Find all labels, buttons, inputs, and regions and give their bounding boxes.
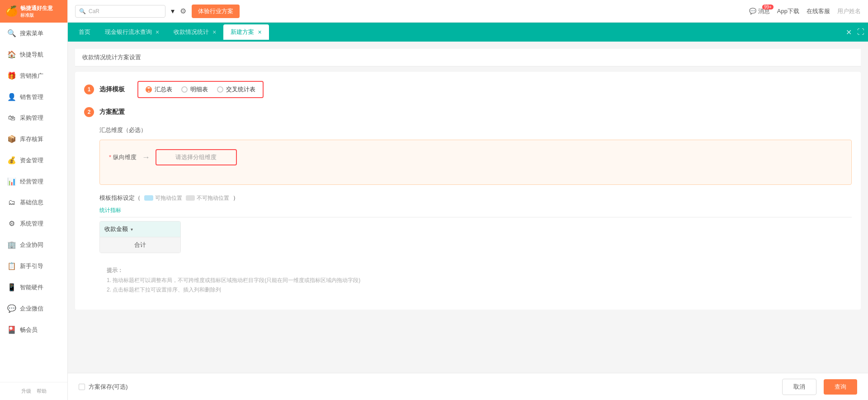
trial-btn[interactable]: 体验行业方案 [192, 5, 240, 18]
hardware-icon: 📱 [7, 283, 16, 292]
upgrade-btn[interactable]: 升级 [21, 388, 31, 395]
sidebar-item-sales[interactable]: 👤 销售管理 [0, 86, 67, 108]
sidebar-item-label: 企业协同 [20, 241, 43, 249]
message-count: 99+ [762, 5, 774, 9]
logo-icon: 🍊 [5, 5, 18, 17]
search-box[interactable]: 🔍 CaR [75, 5, 165, 18]
step1-circle: 1 [84, 85, 94, 94]
sidebar-item-basic-info[interactable]: 🗂 基础信息 [0, 192, 67, 213]
sidebar-item-finance[interactable]: 💰 资金管理 [0, 150, 67, 171]
radio-summary-circle [146, 86, 152, 93]
search-text: CaR [89, 8, 99, 14]
sidebar-item-purchase[interactable]: 🛍 采购管理 [0, 108, 67, 128]
metrics-table-header[interactable]: 收款金额 ▾ [100, 221, 180, 237]
tab-new-plan[interactable]: 新建方案 × [223, 24, 269, 40]
home-icon: 🏠 [7, 50, 16, 59]
member-icon: 🎴 [7, 325, 16, 334]
save-checkbox[interactable] [79, 384, 85, 390]
metrics-header: 模板指标设定（ 可拖动位置 不可拖动位置 ） [99, 194, 852, 202]
sidebar-logo: 🍊 畅捷通好生意 标准版 [0, 0, 67, 23]
metrics-dropdown-icon[interactable]: ▾ [131, 227, 133, 232]
cancel-button[interactable]: 取消 [782, 379, 816, 395]
page-title-bar: 收款情况统计方案设置 [75, 49, 861, 66]
sidebar-item-label: 采购管理 [20, 114, 43, 122]
tab-receipt-stats-close[interactable]: × [212, 28, 216, 36]
sidebar-item-label: 搜索菜单 [20, 29, 43, 38]
user-icon: 👤 [7, 93, 16, 101]
folder-icon: 🗂 [7, 198, 16, 207]
vertical-dimension-label: * 纵向维度 [109, 153, 137, 161]
close-all-icon[interactable]: ✕ [846, 28, 852, 37]
sidebar-item-inventory[interactable]: 📦 库存核算 [0, 128, 67, 150]
metrics-content: 统计指标 收款金额 ▾ 合计 [99, 207, 852, 253]
sidebar-footer: 升级 帮助 [0, 382, 67, 400]
user-name[interactable]: 用户姓名 [837, 7, 861, 15]
sidebar-item-quick-nav[interactable]: 🏠 快捷导航 [0, 44, 67, 65]
logo-name: 畅捷通好生意 [20, 5, 53, 12]
topbar-right: 💬 消息 99+ App下载 在线客服 用户姓名 [749, 7, 861, 15]
sidebar-item-search-menu[interactable]: 🔍 搜索菜单 [0, 23, 67, 44]
radio-summary[interactable]: 汇总表 [146, 85, 172, 94]
tips-title: 提示： [107, 267, 123, 273]
sidebar-item-label: 新手引导 [20, 262, 43, 270]
sidebar-item-enterprise[interactable]: 🏢 企业协同 [0, 234, 67, 255]
save-checkbox-label: 方案保存(可选) [89, 383, 128, 391]
hint-draggable-label: 可拖动位置 [155, 194, 182, 202]
message-badge[interactable]: 💬 消息 99+ [749, 7, 770, 15]
query-button[interactable]: 查询 [824, 379, 857, 395]
expand-icon[interactable]: ⛶ [857, 28, 864, 36]
tab-receipt-stats-label: 收款情况统计 [174, 28, 209, 36]
bottom-bar: 方案保存(可选) 取消 查询 [68, 373, 868, 400]
step2-circle: 2 [84, 107, 94, 117]
metrics-table: 收款金额 ▾ 合计 [99, 221, 181, 253]
tab-bank-flow-label: 现金银行流水查询 [105, 28, 152, 36]
save-checkbox-row[interactable]: 方案保存(可选) [79, 383, 128, 391]
tab-receipt-stats[interactable]: 收款情况统计 × [166, 24, 223, 40]
sidebar-item-label: 营销推广 [20, 72, 43, 80]
sidebar-item-label: 系统管理 [20, 220, 43, 228]
tip-line-2: 1. 拖动标题栏可以调整布局，不可跨维度或指标区域拖动栏目字段(只能在同一维度或… [107, 276, 844, 286]
sidebar-item-label: 库存核算 [20, 135, 43, 143]
building-icon: 🏢 [7, 240, 16, 249]
online-service-link[interactable]: 在线客服 [807, 7, 830, 15]
help-btn[interactable]: 帮助 [37, 388, 47, 395]
sidebar-item-hardware[interactable]: 📱 智能硬件 [0, 277, 67, 298]
chart-icon: 📊 [7, 177, 16, 186]
shopping-icon: 🛍 [7, 114, 16, 122]
radio-summary-label: 汇总表 [155, 85, 172, 94]
money-icon: 💰 [7, 156, 16, 165]
settings-icon[interactable]: ⚙ [180, 7, 186, 15]
dimension-arrow-icon: → [142, 153, 150, 162]
sidebar-item-label: 经营管理 [20, 178, 43, 186]
app-download-link[interactable]: App下载 [777, 7, 799, 15]
sidebar-item-marketing[interactable]: 🎁 营销推广 [0, 65, 67, 86]
tab-new-plan-close[interactable]: × [258, 28, 261, 36]
tab-home[interactable]: 首页 [71, 24, 98, 40]
dropdown-arrow-icon[interactable]: ▾ [171, 7, 175, 15]
dimension-select[interactable]: 请选择分组维度 [156, 149, 237, 165]
draggable-indicator [144, 195, 153, 201]
metrics-title-suffix: ） [233, 194, 239, 202]
tips-section: 提示： 1. 拖动标题栏可以调整布局，不可跨维度或指标区域拖动栏目字段(只能在同… [99, 260, 852, 301]
step2-content: 汇总维度（必选） * 纵向维度 → 请选择分组维度 模板指标 [84, 126, 852, 301]
radio-cross[interactable]: 交叉统计表 [217, 85, 255, 94]
dimension-title-text: 汇总维度（必选） [99, 127, 146, 133]
metrics-title: 模板指标设定（ [99, 194, 141, 202]
hint-draggable: 可拖动位置 [144, 194, 182, 202]
tab-bank-flow-close[interactable]: × [156, 28, 159, 36]
sidebar-item-beginner[interactable]: 📋 新手引导 [0, 255, 67, 277]
dimension-row: * 纵向维度 → 请选择分组维度 [109, 149, 842, 165]
radio-detail[interactable]: 明细表 [181, 85, 208, 94]
radio-detail-label: 明细表 [190, 85, 208, 94]
step1-label: 选择模板 [99, 85, 125, 94]
metrics-table-cell: 合计 [100, 237, 180, 253]
tab-bank-flow[interactable]: 现金银行流水查询 × [98, 24, 166, 40]
radio-cross-label: 交叉统计表 [226, 85, 255, 94]
sidebar-item-wechat[interactable]: 💬 企业微信 [0, 298, 67, 319]
sidebar-item-system[interactable]: ⚙ 系统管理 [0, 213, 67, 234]
metrics-hint: 可拖动位置 不可拖动位置 [144, 194, 229, 202]
sidebar-item-operations[interactable]: 📊 经营管理 [0, 171, 67, 192]
wechat-icon: 💬 [7, 304, 16, 313]
sidebar-item-member[interactable]: 🎴 畅会员 [0, 319, 67, 340]
sidebar-item-label: 畅会员 [20, 326, 38, 334]
